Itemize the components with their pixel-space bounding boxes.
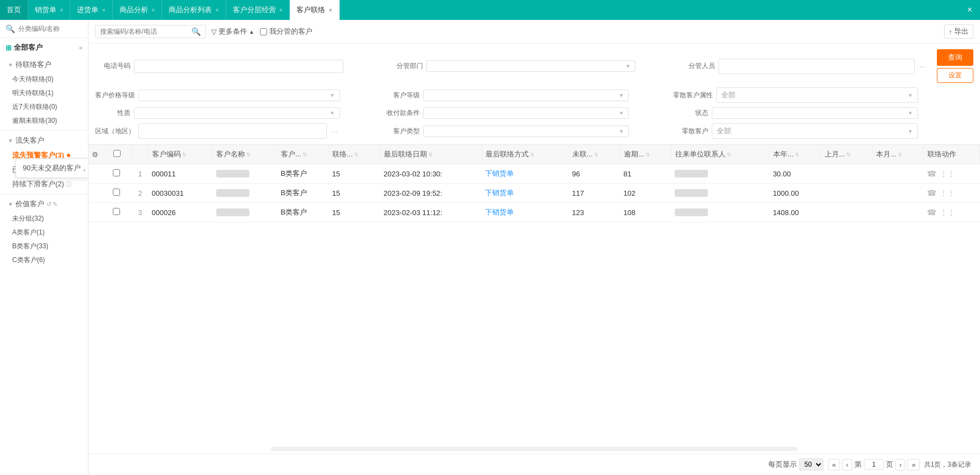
th-settings[interactable]: ⚙: [88, 145, 110, 164]
tab-home[interactable]: 首页: [0, 0, 28, 20]
action-phone-icon-2[interactable]: ☎: [927, 189, 936, 197]
action-more-icon-1[interactable]: ⋮⋮: [940, 169, 955, 178]
sidebar-item-type-a[interactable]: A类客户(1): [0, 226, 88, 239]
td-last-way-3[interactable]: 下销货单: [482, 203, 569, 222]
declining-info-icon[interactable]: ⓘ: [66, 180, 72, 189]
th-overdue[interactable]: 逾期...⇅: [620, 145, 671, 164]
filter-status-select[interactable]: ▼: [712, 107, 918, 119]
row-checkbox-1[interactable]: [113, 169, 120, 176]
table-area: ⚙ 客户编码⇅ 客户名称⇅ 客户...⇅ 联络...⇅ 最后联络日期⇅ 最后联络…: [88, 145, 980, 445]
last-way-link-2[interactable]: 下销货单: [485, 189, 514, 197]
close-goods-list-tab[interactable]: ×: [215, 7, 218, 13]
settings-button[interactable]: 设置: [937, 68, 973, 83]
gear-icon[interactable]: ⚙: [92, 150, 98, 159]
sidebar-item-type-b[interactable]: B类客户(33): [0, 239, 88, 253]
filter-customer-type-select[interactable]: ▼: [423, 126, 629, 137]
more-conditions-btn[interactable]: ▽ 更多条件 ▲: [211, 27, 254, 36]
close-customer-contact-tab[interactable]: ×: [329, 7, 332, 13]
page-number-input[interactable]: [864, 459, 884, 470]
search-input[interactable]: [100, 28, 189, 35]
action-phone-icon-3[interactable]: ☎: [927, 208, 936, 217]
action-phone-icon-1[interactable]: ☎: [927, 169, 936, 178]
td-this-month-2: [872, 184, 924, 203]
query-button[interactable]: 查询: [937, 49, 973, 66]
td-last-way-2[interactable]: 下销货单: [482, 184, 569, 203]
prev-page-btn[interactable]: ‹: [842, 459, 852, 471]
th-last-month[interactable]: 上月...⇅: [821, 145, 872, 164]
value-refresh-icon[interactable]: ↺: [46, 201, 51, 208]
sidebar-item-ungrouped[interactable]: 未分组(32): [0, 212, 88, 226]
row-checkbox-3[interactable]: [113, 208, 120, 215]
sidebar-item-tomorrow-pending[interactable]: 明天待联络(1): [0, 86, 88, 100]
sidebar-group-pending[interactable]: ▼ 待联络客户: [0, 57, 88, 72]
row-checkbox-2[interactable]: [113, 189, 120, 196]
my-customers-checkbox[interactable]: 我分管的客户: [260, 27, 312, 36]
last-way-link-3[interactable]: 下销货单: [485, 208, 514, 216]
th-code[interactable]: 客户编码⇅: [148, 145, 213, 164]
filter-price-grade-select[interactable]: ▼: [138, 90, 340, 101]
value-edit-icon[interactable]: ✎: [53, 201, 58, 208]
filter-scatter-attr-select[interactable]: 全部 ▼: [716, 87, 918, 103]
page-size-select[interactable]: 50: [799, 458, 823, 471]
churn-tooltip: 90天未交易的客户，可能有流失风险。: [15, 158, 88, 178]
sidebar-item-week-pending[interactable]: 近7天待联络(0): [0, 100, 88, 114]
blurred-name-2: [216, 189, 249, 197]
th-checkbox[interactable]: [110, 145, 132, 164]
close-goods-analysis-tab[interactable]: ×: [152, 7, 155, 13]
tab-purchase[interactable]: 进货单 ×: [70, 0, 112, 20]
filter-dept-select[interactable]: ▼: [426, 60, 636, 72]
my-customers-checkbox-input[interactable]: [260, 28, 267, 35]
last-page-btn[interactable]: »: [908, 459, 919, 471]
horizontal-scrollbar[interactable]: [271, 447, 798, 451]
filter-phone-input[interactable]: [134, 60, 343, 73]
select-all-checkbox[interactable]: [113, 150, 121, 157]
export-btn[interactable]: ↑ 导出: [944, 24, 974, 39]
td-unit-contact-3: [671, 203, 769, 222]
filter-payment-select[interactable]: ▼: [423, 107, 629, 119]
action-more-icon-3[interactable]: ⋮⋮: [940, 208, 955, 217]
first-page-btn[interactable]: «: [828, 459, 840, 471]
tab-sales[interactable]: 销货单 ×: [28, 0, 70, 20]
th-contact[interactable]: 联络...⇅: [329, 145, 380, 164]
th-last-date[interactable]: 最后联络日期⇅: [380, 145, 482, 164]
next-page-btn[interactable]: ›: [895, 459, 905, 471]
th-this-month[interactable]: 本月...⇅: [872, 145, 924, 164]
sidebar-search-input[interactable]: [18, 25, 88, 33]
last-way-link-1[interactable]: 下销货单: [485, 169, 514, 178]
sidebar-item-declining[interactable]: 持续下滑客户(2) ⓘ: [0, 177, 88, 191]
sidebar-item-today-pending[interactable]: 今天待联络(0): [0, 72, 88, 86]
filter-scatter-customer-select[interactable]: 全部 ▼: [712, 123, 918, 139]
td-last-way-1[interactable]: 下销货单: [482, 164, 569, 184]
td-unl-1: 96: [569, 164, 620, 184]
sidebar-item-overdue[interactable]: 逾期未联络(30): [0, 114, 88, 128]
td-last-month-1: [821, 164, 872, 184]
th-this-year[interactable]: 本年...⇅: [769, 145, 821, 164]
close-all-btn[interactable]: ×: [960, 5, 980, 15]
close-purchase-tab[interactable]: ×: [102, 7, 105, 13]
close-sales-tab[interactable]: ×: [60, 7, 63, 13]
filter-nature-select[interactable]: ▼: [134, 107, 340, 119]
sidebar-group-churn[interactable]: ▼ 流失客户: [0, 133, 88, 148]
th-type[interactable]: 客户...⇅: [277, 145, 329, 164]
tab-goods-analysis[interactable]: 商品分析 ×: [113, 0, 162, 20]
td-checkbox-3[interactable]: [110, 203, 132, 222]
th-name[interactable]: 客户名称⇅: [213, 145, 278, 164]
tab-customer-contact[interactable]: 客户联络 ×: [290, 0, 339, 20]
td-checkbox-1[interactable]: [110, 164, 132, 184]
tab-goods-list[interactable]: 商品分析列表 ×: [162, 0, 226, 20]
person-dots-btn[interactable]: ···: [917, 62, 928, 71]
region-dots-btn[interactable]: ···: [329, 127, 340, 135]
sidebar-all-customers[interactable]: ⊞ 全部客户 «: [0, 38, 88, 57]
th-last-way[interactable]: 最后联络方式⇅: [482, 145, 569, 164]
th-unit-contact[interactable]: 往来单位联系人⇅: [671, 145, 769, 164]
search-icon-btn[interactable]: 🔍: [191, 27, 201, 36]
filter-customer-grade-select[interactable]: ▼: [423, 90, 629, 101]
sidebar-group-value[interactable]: ▼ 价值客户 ↺ ✎: [0, 196, 88, 212]
sidebar-item-type-c[interactable]: C类客户(6): [0, 253, 88, 267]
td-checkbox-2[interactable]: [110, 184, 132, 203]
close-customer-layer-tab[interactable]: ×: [279, 7, 283, 13]
tab-customer-layer[interactable]: 客户分层经营 ×: [226, 0, 290, 20]
th-unl[interactable]: 未联...⇅: [569, 145, 620, 164]
action-more-icon-2[interactable]: ⋮⋮: [940, 189, 955, 197]
sidebar-collapse-btn[interactable]: «: [79, 44, 82, 51]
